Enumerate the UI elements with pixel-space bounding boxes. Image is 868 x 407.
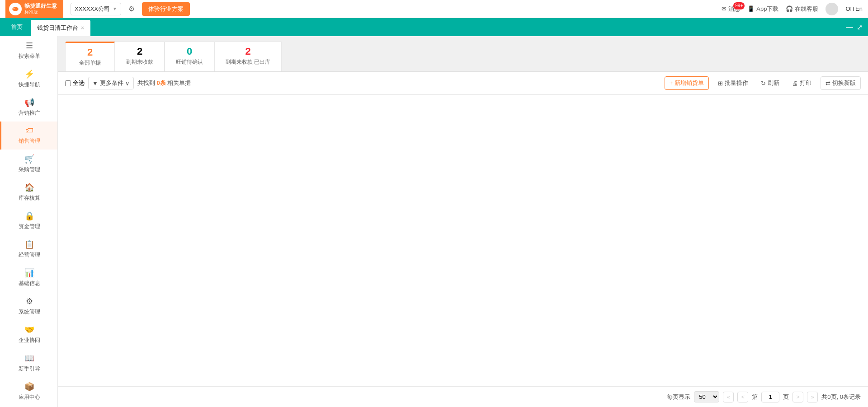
sidebar-icon-5: 🏠 [24, 182, 34, 192]
stat-tab-3[interactable]: 2到期未收款 已出库 [214, 42, 282, 71]
company-selector[interactable]: XXXXXX公司 ▼ [71, 3, 121, 15]
sidebar-label-8: 基础信息 [19, 280, 40, 287]
sidebar-label-7: 经营管理 [19, 251, 40, 259]
try-industry-button[interactable]: 体验行业方案 [142, 2, 190, 16]
page-size-label: 每页显示 [667, 393, 690, 401]
stat-tab-2[interactable]: 0旺铺待确认 [165, 42, 214, 71]
page-input[interactable] [761, 392, 779, 402]
message-icon: ✉ [722, 5, 726, 12]
sidebar-item-9[interactable]: ⚙系统管理 [0, 292, 57, 320]
sidebar-label-1: 快捷导航 [19, 81, 40, 89]
sidebar-icon-3: 🏷 [25, 126, 33, 136]
tab-bar-controls: — ⤢ [846, 23, 868, 32]
sidebar-item-0[interactable]: ☰搜索菜单 [0, 36, 57, 65]
print-icon: 🖨 [792, 80, 798, 87]
pagination: 每页显示 2050100200 « < 第 页 > » 共0页, 0条记录 [58, 386, 868, 407]
filter-button[interactable]: ▼ 更多条件 ∨ [88, 77, 134, 89]
sidebar-icon-11: 📖 [24, 353, 34, 363]
sidebar-label-11: 新手引导 [19, 365, 40, 373]
stat-label-3: 到期未收款 已出库 [226, 58, 270, 66]
sidebar-label-4: 采购管理 [19, 166, 40, 173]
username: OfTEn [845, 5, 863, 12]
message-badge: 99+ [733, 2, 745, 9]
app-download-button[interactable]: 📱 App下载 [747, 5, 778, 13]
found-count: 0条 [157, 80, 166, 86]
select-all-checkbox[interactable]: 全选 [65, 79, 85, 87]
toolbar-right: + 新增销货单 ⊞ 批量操作 ↻ 刷新 🖨 打印 ⇄ 切换新版 [665, 76, 861, 90]
content: 2全部单据2到期未收款0旺铺待确认2到期未收款 已出库 全选 ▼ 更多条件 ∨ … [58, 36, 868, 407]
svg-point-0 [12, 7, 19, 11]
prev-page-button[interactable]: < [737, 392, 748, 402]
sidebar-label-9: 系统管理 [19, 308, 40, 316]
filter-icon: ▼ [92, 80, 98, 87]
refresh-icon: ↻ [761, 80, 766, 87]
batch-op-icon: ⊞ [718, 80, 723, 87]
content-area [58, 95, 868, 386]
new-sale-button[interactable]: + 新增销货单 [665, 76, 709, 90]
stat-num-2: 0 [187, 46, 192, 57]
top-bar: 畅捷通好生意 标准版 XXXXXX公司 ▼ ⚙ 体验行业方案 ✉ 消息 99+ … [0, 0, 868, 18]
stat-num-1: 2 [137, 46, 142, 57]
select-all-input[interactable] [65, 80, 71, 86]
stat-tab-0[interactable]: 2全部单据 [65, 42, 115, 71]
stat-label-0: 全部单据 [79, 59, 101, 67]
sidebar-icon-1: ⚡ [24, 69, 34, 79]
sidebar-label-2: 营销推广 [19, 109, 40, 117]
filter-arrow: ∨ [125, 80, 130, 87]
stat-label-1: 到期未收款 [126, 58, 153, 66]
stat-tab-1[interactable]: 2到期未收款 [115, 42, 165, 71]
switch-new-button[interactable]: ⇄ 切换新版 [821, 76, 861, 90]
top-right-area: ✉ 消息 99+ 📱 App下载 🎧 在线客服 OfTEn [722, 3, 863, 15]
online-service-button[interactable]: 🎧 在线客服 [786, 5, 818, 13]
app-download-icon: 📱 [747, 5, 755, 12]
sidebar-icon-12: 📦 [24, 382, 34, 392]
refresh-button[interactable]: ↻ 刷新 [757, 77, 783, 89]
sidebar-item-10[interactable]: 🤝企业协同 [0, 320, 57, 349]
company-name: XXXXXX公司 [75, 5, 110, 13]
settings-icon[interactable]: ⚙ [125, 2, 138, 16]
sidebar-item-5[interactable]: 🏠库存核算 [0, 178, 57, 206]
total-info: 共0页, 0条记录 [821, 393, 861, 401]
last-page-button[interactable]: » [807, 392, 818, 402]
tab-close-icon[interactable]: × [81, 25, 84, 31]
batch-op-button[interactable]: ⊞ 批量操作 [714, 77, 752, 89]
sidebar-icon-6: 🔒 [24, 211, 34, 221]
sidebar-icon-10: 🤝 [24, 325, 34, 335]
sidebar-label-6: 资金管理 [19, 223, 40, 230]
sidebar-icon-7: 📋 [24, 239, 34, 249]
sidebar-item-7[interactable]: 📋经营管理 [0, 235, 57, 263]
logo-area[interactable]: 畅捷通好生意 标准版 [5, 0, 63, 18]
tab-minimize-icon[interactable]: — [846, 23, 853, 31]
message-button[interactable]: ✉ 消息 99+ [722, 5, 740, 13]
main-layout: ☰搜索菜单⚡快捷导航📢营销推广🏷销售管理🛒采购管理🏠库存核算🔒资金管理📋经营管理… [0, 36, 868, 407]
avatar[interactable] [826, 3, 838, 15]
sidebar-label-0: 搜索菜单 [19, 52, 40, 60]
tab-qianhuoriqing[interactable]: 钱货日清工作台 × [31, 20, 90, 36]
page-label-after: 页 [783, 393, 789, 401]
sidebar-item-12[interactable]: 📦应用中心 [0, 377, 57, 406]
stats-tabs: 2全部单据2到期未收款0旺铺待确认2到期未收款 已出库 [58, 36, 868, 72]
next-page-button[interactable]: > [793, 392, 803, 402]
sidebar-item-8[interactable]: 📊基础信息 [0, 263, 57, 292]
sidebar-item-1[interactable]: ⚡快捷导航 [0, 65, 57, 93]
sidebar-item-2[interactable]: 📢营销推广 [0, 93, 57, 122]
print-button[interactable]: 🖨 打印 [788, 77, 815, 89]
logo-icon [9, 3, 22, 15]
sidebar-item-6[interactable]: 🔒资金管理 [0, 206, 57, 235]
page-label-before: 第 [752, 393, 758, 401]
sidebar-label-3: 销售管理 [19, 137, 40, 145]
sidebar-label-10: 企业协同 [19, 337, 40, 344]
sidebar-item-11[interactable]: 📖新手引导 [0, 349, 57, 377]
sidebar-label-5: 库存核算 [19, 194, 40, 202]
tab-home[interactable]: 首页 [4, 18, 30, 36]
svg-point-1 [14, 8, 14, 9]
first-page-button[interactable]: « [723, 392, 734, 402]
company-arrow: ▼ [113, 6, 117, 11]
sidebar-item-3[interactable]: 🏷销售管理 [0, 122, 57, 150]
tab-maximize-icon[interactable]: ⤢ [857, 23, 863, 32]
sidebar-item-4[interactable]: 🛒采购管理 [0, 150, 57, 178]
tab-bar: 首页 钱货日清工作台 × — ⤢ [0, 18, 868, 36]
switch-icon: ⇄ [826, 80, 830, 87]
page-size-select[interactable]: 2050100200 [694, 391, 719, 402]
toolbar: 全选 ▼ 更多条件 ∨ 共找到 0条 相关单据 + 新增销货单 ⊞ 批量操作 [58, 72, 868, 95]
